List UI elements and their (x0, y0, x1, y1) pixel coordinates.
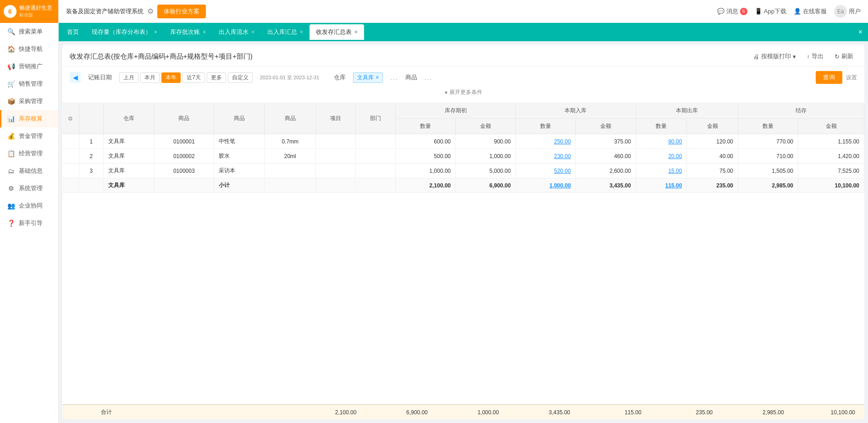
tab-inventory-dist[interactable]: 现存量（库存分布表）× (85, 24, 164, 40)
sidebar-item-purchase[interactable]: 📦 采购管理 (0, 93, 58, 110)
sidebar-item-system[interactable]: ⚙ 系统管理 (0, 180, 58, 197)
online-service-label: 在线客服 (803, 7, 827, 16)
page-actions: 🖨 按模版打印 ▾ ↑ 导出 ↻ 刷新 (750, 50, 857, 62)
message-badge: 6 (740, 8, 747, 15)
custom-button[interactable]: 自定义 (228, 72, 253, 83)
tab-close-inout-flow[interactable]: × (251, 29, 254, 35)
expand-conditions-button[interactable]: ▾ 展开更多条件 (441, 87, 486, 98)
col-settings-header[interactable]: ⚙ (62, 103, 79, 134)
row-in-qty-3[interactable]: 1,000.00 (515, 178, 575, 193)
row-in-qty-0[interactable]: 250.00 (515, 134, 575, 149)
out-qty-link-2[interactable]: 15.00 (668, 168, 682, 174)
row-warehouse-2: 文具库 (104, 164, 154, 178)
7days-button[interactable]: 近7天 (182, 72, 205, 83)
row-bal-amt-2: 7,525.00 (798, 164, 864, 178)
warehouse-more-dots[interactable]: ... (390, 74, 398, 81)
row-selector-2[interactable] (62, 164, 79, 178)
warehouse-tag-close[interactable]: × (376, 74, 379, 81)
filter-toggle-button[interactable]: ◀ (70, 72, 81, 83)
row-in-qty-2[interactable]: 520.00 (515, 164, 575, 178)
sidebar-item-inventory[interactable]: 📊 库存核算 (0, 110, 58, 127)
row-open-qty-0: 600.00 (396, 134, 456, 149)
sidebar-item-quick-nav[interactable]: 🏠 快捷导航 (0, 40, 58, 58)
nav-label-quick-nav: 快捷导航 (19, 45, 43, 53)
last-month-button[interactable]: 上月 (119, 72, 138, 83)
row-selector-0[interactable] (62, 134, 79, 149)
tab-receive-summary[interactable]: 收发存汇总表× (310, 24, 364, 40)
in-qty-link-1[interactable]: 230.00 (554, 153, 571, 159)
footer-out-amt: 235.00 (646, 409, 717, 416)
export-button[interactable]: ↑ 导出 (803, 50, 828, 62)
goods-more-dots[interactable]: ... (425, 74, 432, 81)
page-header: 收发存汇总表(按仓库+商品编码+商品+规格型号+项目+部门) 🖨 按模版打印 ▾… (62, 45, 864, 66)
row-selector-3[interactable] (62, 178, 79, 193)
row-selector-1[interactable] (62, 149, 79, 164)
gear-icon[interactable]: ⚙ (67, 115, 74, 122)
row-spec-1: 20ml (265, 149, 316, 164)
online-service-action[interactable]: 👤 在线客服 (794, 7, 827, 16)
row-code-0: 0100001 (154, 134, 214, 149)
out-qty-link-1[interactable]: 20.00 (668, 153, 682, 159)
table-row: 3 文具库 0100003 采访本 1,000.00 5,000.00 520.… (62, 164, 864, 178)
sidebar-item-enterprise[interactable]: 👥 企业协同 (0, 197, 58, 214)
sidebar-logo: 6 (4, 5, 17, 18)
tab-close-inout-summary[interactable]: × (300, 29, 303, 35)
tab-inout-flow[interactable]: 出入库流水× (212, 24, 261, 40)
nav-icon-enterprise: 👥 (7, 202, 15, 210)
row-out-amt-3: 235.00 (687, 178, 738, 193)
row-out-qty-2[interactable]: 15.00 (636, 164, 687, 178)
query-button[interactable]: 查询 (816, 71, 842, 84)
footer-open-amt: 6,900.00 (361, 409, 432, 416)
warehouse-tag: 文具库 × (353, 72, 383, 83)
tab-close-receive-summary[interactable]: × (354, 29, 358, 35)
sidebar-item-base-info[interactable]: 🗂 基础信息 (0, 162, 58, 180)
user-action[interactable]: Ea 用户 (834, 5, 861, 18)
row-out-qty-0[interactable]: 80.00 (636, 134, 687, 149)
more-button[interactable]: 更多 (207, 72, 226, 83)
row-in-qty-1[interactable]: 230.00 (515, 149, 575, 164)
content-area: 收发存汇总表(按仓库+商品编码+商品+规格型号+项目+部门) 🖨 按模版打印 ▾… (59, 41, 868, 423)
col-open-qty-header: 数量 (396, 119, 456, 134)
current-year-button[interactable]: 本年 (161, 72, 181, 83)
sidebar-nav: 🔍 搜索菜单 🏠 快捷导航 📢 营销推广 🛒 销售管理 📦 采购管理 📊 库存核… (0, 23, 58, 423)
out-qty-link-0[interactable]: 80.00 (668, 138, 682, 145)
sidebar-item-guide[interactable]: ❓ 新手引导 (0, 214, 58, 232)
tab-home[interactable]: 首页 (61, 24, 85, 40)
table-row: 1 文具库 0100001 中性笔 0.7mm 600.00 900.00 25… (62, 134, 864, 149)
table-settings-link[interactable]: 设置 (846, 74, 857, 82)
tab-close-batch[interactable]: × (203, 29, 206, 35)
experience-button[interactable]: 体验行业方案 (157, 5, 206, 18)
app-download-action[interactable]: 📱 App下载 (755, 7, 786, 16)
tab-inout-summary[interactable]: 出入库汇总× (261, 24, 310, 40)
row-out-qty-3[interactable]: 115.00 (636, 178, 687, 193)
tab-bar-close-all[interactable]: × (855, 26, 866, 38)
date-filter-label: 记账日期 (88, 73, 112, 82)
print-button[interactable]: 🖨 按模版打印 ▾ (750, 50, 800, 62)
nav-label-marketing: 营销推广 (19, 62, 43, 71)
system-settings-icon[interactable]: ⚙ (147, 7, 154, 16)
sidebar-item-finance[interactable]: 💰 资金管理 (0, 127, 58, 145)
col-open-header: 库存期初 (396, 103, 516, 119)
refresh-icon: ↻ (835, 53, 840, 60)
row-code-1: 0100002 (154, 149, 214, 164)
nav-label-base-info: 基础信息 (19, 167, 43, 175)
export-label: 导出 (812, 52, 824, 60)
tab-bar: 首页现存量（库存分布表）×库存批次账×出入库流水×出入库汇总×收发存汇总表×× (59, 23, 868, 41)
row-project-1 (316, 149, 356, 164)
refresh-button[interactable]: ↻ 刷新 (831, 50, 857, 62)
in-qty-link-3[interactable]: 1,000.00 (549, 182, 571, 189)
col-in-header: 本期入库 (515, 103, 636, 119)
out-qty-link-3[interactable]: 115.00 (665, 182, 682, 189)
in-qty-link-0[interactable]: 250.00 (554, 138, 571, 145)
sidebar-item-operations[interactable]: 📋 经营管理 (0, 145, 58, 162)
message-action[interactable]: 💬 消息 6 (717, 7, 747, 16)
row-out-qty-1[interactable]: 20.00 (636, 149, 687, 164)
sidebar-item-search[interactable]: 🔍 搜索菜单 (0, 23, 58, 40)
tab-batch[interactable]: 库存批次账× (164, 24, 212, 40)
sidebar-item-marketing[interactable]: 📢 营销推广 (0, 58, 58, 75)
sidebar-item-sales[interactable]: 🛒 销售管理 (0, 75, 58, 93)
nav-label-search: 搜索菜单 (19, 27, 43, 36)
in-qty-link-2[interactable]: 520.00 (554, 168, 571, 174)
current-month-button[interactable]: 本月 (140, 72, 160, 83)
tab-close-inventory-dist[interactable]: × (154, 29, 157, 35)
